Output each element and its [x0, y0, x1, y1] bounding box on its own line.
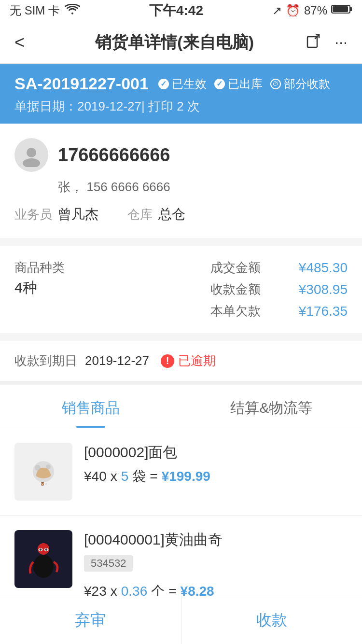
svg-point-8 — [46, 464, 51, 469]
svg-point-5 — [23, 158, 40, 167]
status-bar: 无 SIM 卡 下午4:42 ↗ ⏰ 87% — [0, 0, 362, 21]
svg-rect-2 — [333, 6, 348, 12]
bottom-bar: 弃审 收款 — [0, 596, 362, 644]
reject-button[interactable]: 弃审 — [0, 596, 181, 644]
tabs: 销售商品 结算&物流等 — [0, 385, 362, 428]
overdue-text: 已逾期 — [178, 352, 216, 369]
due-date-section: 收款到期日 2019-12-27 ! 已逾期 — [0, 341, 362, 385]
order-date: 单据日期：2019-12-27| 打印 2 次 — [14, 98, 348, 115]
svg-point-15 — [40, 548, 42, 551]
back-button[interactable]: < — [14, 32, 43, 53]
product-name-cookies: [000400001]黄油曲奇 — [84, 530, 348, 550]
location-icon: ↗ — [272, 4, 282, 17]
stats-left: 商品种类 4种 — [14, 259, 65, 298]
status-right: ↗ ⏰ 87% — [272, 4, 352, 17]
overdue-icon: ! — [161, 354, 174, 368]
status-badge-shipped: ✓ 已出库 — [214, 76, 263, 92]
collect-button[interactable]: 收款 — [181, 596, 362, 644]
warehouse-info: 仓库 总仓 — [127, 205, 185, 224]
export-icon[interactable] — [306, 32, 323, 53]
tab-sales-products[interactable]: 销售商品 — [0, 385, 181, 428]
amount-row: 成交金额 ¥485.30 — [210, 259, 348, 276]
product-name-bread: [0000002]面包 — [84, 443, 348, 462]
order-header: SA-20191227-001 ✓ 已生效 ✓ 已出库 ⏱ 部分收款 单据日期：… — [0, 64, 362, 124]
svg-point-7 — [35, 465, 41, 471]
product-price-bread: ¥40 x 5 袋 = ¥199.99 — [84, 467, 348, 486]
due-label: 收款到期日 — [14, 352, 77, 369]
battery-icon — [331, 4, 352, 17]
svg-point-4 — [27, 148, 36, 157]
customer-phone: 17666666666 — [58, 145, 170, 166]
due-date: 2019-12-27 — [85, 353, 149, 368]
customer-section: 17666666666 张， 156 6666 6666 业务员 曾凡杰 仓库 … — [0, 124, 362, 238]
overdue-badge: ! 已逾期 — [161, 352, 216, 369]
page-title: 销货单详情(来自电脑) — [43, 31, 306, 54]
stats-right: 成交金额 ¥485.30 收款金额 ¥308.95 本单欠款 ¥176.35 — [210, 259, 348, 320]
debt-row: 本单欠款 ¥176.35 — [210, 303, 348, 320]
product-image-bread: 🦉+ — [14, 443, 72, 501]
category-count: 4种 — [14, 278, 65, 298]
product-info-bread: [0000002]面包 ¥40 x 5 袋 = ¥199.99 — [84, 443, 348, 486]
product-image-cookies — [14, 530, 72, 588]
avatar — [14, 138, 48, 172]
svg-point-16 — [45, 548, 48, 551]
status-time: 下午4:42 — [149, 1, 203, 20]
carrier-text: 无 SIM 卡 — [10, 3, 60, 18]
customer-meta: 业务员 曾凡杰 仓库 总仓 — [14, 205, 348, 224]
tab-settlement-logistics[interactable]: 结算&物流等 — [181, 385, 362, 428]
list-item: 🦉+ [0000002]面包 ¥40 x 5 袋 = ¥199.99 — [0, 428, 362, 516]
more-icon[interactable]: ··· — [334, 33, 348, 51]
battery-text: 87% — [304, 4, 327, 17]
product-tag-cookies: 534532 — [84, 555, 133, 572]
stats-section: 商品种类 4种 成交金额 ¥485.30 收款金额 ¥308.95 本单欠款 ¥… — [0, 246, 362, 333]
products-section: 🦉+ [0000002]面包 ¥40 x 5 袋 = ¥199.99 — [0, 428, 362, 616]
sales-info: 业务员 曾凡杰 — [14, 205, 98, 224]
product-info-cookies: [000400001]黄油曲奇 534532 ¥23 x 0.36 个 = ¥8… — [84, 530, 348, 601]
nav-actions: ··· — [306, 32, 348, 53]
status-left: 无 SIM 卡 — [10, 3, 80, 18]
status-badges: ✓ 已生效 ✓ 已出库 ⏱ 部分收款 — [158, 76, 330, 92]
nav-bar: < 销货单详情(来自电脑) ··· — [0, 21, 362, 64]
status-badge-effective: ✓ 已生效 — [158, 76, 207, 92]
clock-icon: ⏰ — [286, 4, 300, 17]
category-label: 商品种类 — [14, 259, 65, 276]
svg-rect-1 — [350, 7, 352, 11]
customer-contact: 张， 156 6666 6666 — [58, 179, 348, 196]
wifi-icon — [65, 4, 80, 17]
receipt-row: 收款金额 ¥308.95 — [210, 281, 348, 298]
status-badge-partial: ⏱ 部分收款 — [270, 76, 330, 92]
svg-text:🦉+: 🦉+ — [40, 481, 47, 486]
order-id: SA-20191227-001 — [14, 74, 149, 93]
svg-point-12 — [33, 555, 54, 578]
